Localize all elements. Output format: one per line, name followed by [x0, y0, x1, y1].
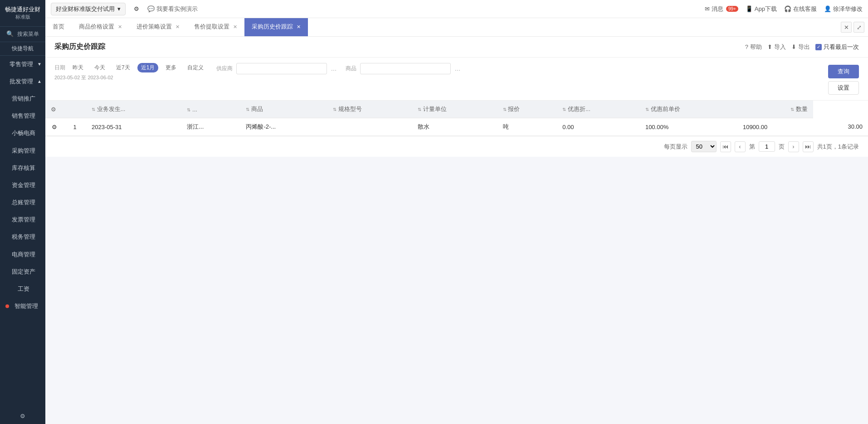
settings-btn[interactable]: 设置: [828, 81, 859, 95]
row-discount-pct: 100.00%: [645, 124, 668, 130]
sidebar-search[interactable]: 🔍 搜索菜单: [0, 27, 45, 42]
date-btn-yesterday[interactable]: 昨天: [69, 63, 87, 72]
online-service-btn[interactable]: 🎧 在线客服: [784, 5, 817, 13]
tab-goods-price[interactable]: 商品价格设置 ✕: [72, 18, 129, 36]
col-discount-pct[interactable]: ⇅ 优惠折...: [557, 101, 640, 118]
tab-purchase-strategy-close-icon[interactable]: ✕: [176, 24, 180, 30]
sidebar-settings[interactable]: ⚙: [0, 408, 45, 424]
page-title: 采购历史价跟踪: [54, 42, 105, 52]
tab-close-all-btn[interactable]: ✕: [841, 22, 852, 33]
date-btn-more[interactable]: 更多: [162, 63, 180, 72]
col-biz-date[interactable]: ⇅ 业务发生...: [86, 101, 181, 118]
col-quantity[interactable]: ⇅ 数量: [737, 101, 813, 118]
goods-input[interactable]: [360, 63, 451, 74]
tab-purchase-history[interactable]: 采购历史价跟踪 ✕: [244, 18, 308, 36]
sales-mgmt-label: 销售管理: [5, 112, 42, 120]
query-btn[interactable]: 查询: [828, 65, 859, 78]
supplier-more-icon[interactable]: …: [331, 65, 336, 72]
table-body: ⚙ 1 2023-05-31 浙江... 丙烯酸-2-...: [45, 118, 868, 136]
messages-badge: 99+: [726, 6, 738, 12]
only-last-checkbox[interactable]: ✓ 只看最后一次: [815, 43, 859, 51]
sidebar-item-fixed-assets[interactable]: 固定资产: [0, 263, 45, 280]
demo-link[interactable]: 💬 我要看实例演示: [147, 5, 198, 13]
product-selector[interactable]: 好业财标准版交付试用 ▾: [51, 3, 126, 15]
sidebar-item-capital-mgmt[interactable]: 资金管理: [0, 177, 45, 194]
col-pre-discount-label: 优惠前单价: [651, 106, 680, 112]
smart-mgmt-label: 智能管理: [11, 302, 42, 310]
col-spec[interactable]: ⇅ 规格型号: [327, 101, 412, 118]
help-label: 帮助: [750, 43, 762, 51]
date-btn-1month[interactable]: 近1月: [137, 63, 159, 72]
row-unit-cell: 散水: [412, 118, 497, 136]
settings-icon-btn[interactable]: ⚙: [131, 5, 142, 13]
user-profile-btn[interactable]: 👤 徐泽华修改: [824, 5, 863, 13]
sidebar-quick-nav[interactable]: 快捷导航: [0, 42, 45, 56]
sidebar-item-tax-mgmt[interactable]: 税务管理: [0, 228, 45, 246]
tab-sale-price-close-icon[interactable]: ✕: [233, 24, 237, 30]
table-header: ⚙ ⇅ 业务发生... ⇅ ... ⇅ 商品: [45, 101, 868, 118]
gear-col-icon: ⚙: [51, 106, 56, 113]
tab-sale-price[interactable]: 售价提取设置 ✕: [187, 18, 244, 36]
capital-mgmt-label: 资金管理: [5, 181, 42, 189]
checkbox-checked-icon: ✓: [815, 44, 822, 50]
sidebar-item-ledger-mgmt[interactable]: 总账管理: [0, 194, 45, 211]
date-range-display: 2023-05-02 至 2023-06-02: [54, 74, 207, 81]
topbar-right: ✉ 消息 99+ 📱 App下载 🎧 在线客服 👤 徐泽华修改: [705, 5, 863, 13]
data-table: ⚙ ⇅ 业务发生... ⇅ ... ⇅ 商品: [45, 101, 868, 136]
demo-icon: 💬: [147, 5, 155, 12]
col-more[interactable]: ⇅ ...: [181, 101, 240, 118]
row-gear-cell[interactable]: ⚙: [45, 118, 63, 136]
total-info: 共1页，1条记录: [817, 143, 859, 151]
sidebar-item-xiaochu-ecommerce[interactable]: 小畅电商: [0, 125, 45, 142]
tab-purchase-history-close-icon[interactable]: ✕: [297, 24, 301, 30]
date-btn-custom[interactable]: 自定义: [184, 63, 207, 72]
per-page-select[interactable]: 50 20 100: [691, 141, 717, 152]
first-page-btn[interactable]: ⏮: [720, 141, 731, 152]
app-download-btn[interactable]: 📱 App下载: [746, 5, 777, 13]
tab-goods-price-close-icon[interactable]: ✕: [118, 24, 122, 30]
sidebar-item-retail-mgmt[interactable]: 零售管理 ▼: [0, 56, 45, 73]
import-btn[interactable]: ⬆ 导入: [767, 43, 786, 51]
page-input[interactable]: [759, 141, 775, 152]
prev-page-btn[interactable]: ‹: [735, 141, 746, 152]
col-price-label: 报价: [508, 106, 520, 112]
row-reported-price-cell: 0.00: [557, 118, 640, 136]
sidebar-item-smart-mgmt[interactable]: 智能管理: [0, 298, 45, 315]
sidebar-item-ecommerce-mgmt[interactable]: 电商管理: [0, 246, 45, 263]
retail-mgmt-label: 零售管理: [5, 60, 37, 68]
col-price[interactable]: ⇅ 报价: [497, 101, 557, 118]
col-unit-label: 计量单位: [423, 106, 447, 112]
only-last-label: 只看最后一次: [824, 43, 859, 51]
sidebar-item-marketing[interactable]: 营销推广: [0, 90, 45, 107]
sidebar-item-purchase-mgmt[interactable]: 采购管理: [0, 142, 45, 159]
date-btn-today[interactable]: 今天: [91, 63, 109, 72]
page-label: 第: [749, 143, 755, 151]
col-goods[interactable]: ⇅ 商品: [240, 101, 327, 118]
help-btn[interactable]: ? 帮助: [745, 43, 762, 51]
export-btn[interactable]: ⬇ 导出: [791, 43, 810, 51]
tab-purchase-strategy-label: 进价策略设置: [137, 23, 172, 31]
sort-asc-icon: ⇅: [92, 107, 95, 112]
table-row: ⚙ 1 2023-05-31 浙江... 丙烯酸-2-...: [45, 118, 868, 136]
tab-home[interactable]: 首页: [45, 18, 72, 36]
sidebar-item-payroll[interactable]: 工资: [0, 280, 45, 298]
supplier-input[interactable]: [236, 63, 327, 74]
sidebar-item-wholesale-mgmt[interactable]: 批发管理 ▲: [0, 73, 45, 90]
last-page-btn[interactable]: ⏭: [803, 141, 814, 152]
col-pre-discount-price[interactable]: ⇅ 优惠前单价: [640, 101, 737, 118]
tab-expand-btn[interactable]: ⤢: [853, 22, 864, 33]
goods-filter-row: 商品 …: [346, 63, 460, 74]
sidebar-item-inventory[interactable]: 库存核算: [0, 159, 45, 177]
goods-more-icon[interactable]: …: [454, 65, 460, 72]
tab-purchase-strategy[interactable]: 进价策略设置 ✕: [129, 18, 187, 36]
ledger-mgmt-label: 总账管理: [5, 198, 42, 207]
sidebar-item-sales-mgmt[interactable]: 销售管理: [0, 107, 45, 125]
date-btn-7days[interactable]: 近7天: [112, 63, 134, 72]
user-icon: 👤: [824, 5, 831, 12]
col-gear[interactable]: ⚙: [45, 101, 63, 118]
next-page-btn[interactable]: ›: [788, 141, 799, 152]
tab-home-label: 首页: [53, 23, 64, 31]
messages-btn[interactable]: ✉ 消息 99+: [705, 5, 738, 13]
sidebar-item-invoice-mgmt[interactable]: 发票管理: [0, 211, 45, 228]
col-unit[interactable]: ⇅ 计量单位: [412, 101, 497, 118]
